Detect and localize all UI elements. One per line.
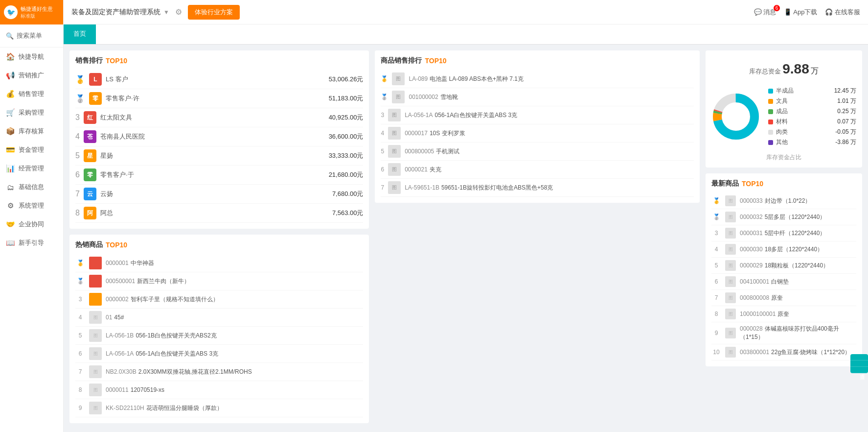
latest-product-item: 9 图 0000028体碱嘉核味苏打饮品400毫升（1*15）: [711, 322, 856, 344]
hot-rank-num: 6: [75, 350, 85, 357]
hot-rank-num: 3: [75, 296, 85, 303]
rank-item: 5 星 星扬 33,333.00元: [75, 146, 363, 166]
rank-avatar: 零: [84, 168, 96, 181]
legend-dot: [768, 120, 773, 124]
middle-column: 商品销售排行 TOP10 🥇 图 LA-089电池盖 LA-089 ABS本色+…: [375, 50, 700, 426]
right-column: 库存总资金 9.88 万: [706, 50, 862, 426]
sidebar-nav-item-企业协同[interactable]: 🤝企业协同: [0, 215, 63, 234]
sidebar-nav-item-库存核算[interactable]: 📦库存核算: [0, 122, 63, 141]
logo-icon: 🐦: [4, 5, 18, 19]
latest-product-item: 10 图 00380000122g鱼豆腐·烧烤味（1*12*20）: [711, 344, 856, 360]
search-menu-item[interactable]: 🔍 搜索菜单: [4, 28, 59, 43]
rank-item: 🥈 零 零售客户·许 51,183.00元: [75, 89, 363, 108]
nav-icon: 💰: [6, 90, 15, 98]
latest-product-image: 图: [725, 276, 736, 287]
page-tabs: 首页: [64, 24, 868, 45]
gear-icon[interactable]: ⚙: [175, 7, 182, 17]
hot-product-item: 4 图 0145#: [75, 309, 363, 327]
sidebar-nav-item-快捷导航[interactable]: 🏠快捷导航: [0, 48, 63, 66]
latest-product-item: 🥈 图 00000325层多层（1220*2440）: [711, 209, 856, 225]
hot-rank-num: 🥈: [75, 278, 85, 285]
latest-rank-num: 7: [711, 294, 721, 301]
rank-amount: 53,006.26元: [329, 75, 364, 84]
svg-point-5: [722, 103, 750, 130]
hot-products-card: 热销商品 TOP10 🥇 0000001中华神器 🥈 000500001新西兰牛…: [69, 235, 369, 423]
online-service-button[interactable]: 🎧 在线客服: [825, 8, 860, 17]
product-rank-item: 🥇 图 LA-089电池盖 LA-089 ABS本色+黑种 7.1克: [381, 70, 694, 88]
sidebar-nav-item-系统管理[interactable]: ⚙系统管理: [0, 196, 63, 215]
latest-product-item: 4 图 000003018多层（1220*2440）: [711, 241, 856, 258]
app-download-button[interactable]: 📱 App下载: [784, 8, 817, 17]
rank-medal: 🥇: [75, 75, 85, 84]
sidebar: 🐦 畅捷通好生意 标准版 🔍 搜索菜单 🏠快捷导航📢营销推广💰销售管理🛒采购管理…: [0, 0, 64, 432]
search-icon: 🔍: [6, 32, 14, 40]
latest-product-name: 000003018多层（1220*2440）: [740, 245, 856, 254]
sidebar-nav-item-采购管理[interactable]: 🛒采购管理: [0, 103, 63, 122]
latest-rank-num: 5: [711, 262, 721, 269]
latest-product-name: 000002918颗粒板（1220*2440）: [740, 262, 856, 270]
latest-rank-num: 🥇: [711, 197, 721, 204]
latest-product-item: 7 图 000800008原奎: [711, 290, 856, 306]
main-content: 销售排行 TOP10 🥇 L LS 客户 53,006.26元 🥈 零 零售客户…: [64, 45, 868, 432]
latest-product-name: 0000033封边带（1.0*22）: [740, 197, 856, 205]
rank-item: 7 云 云扬 7,680.00元: [75, 185, 363, 204]
sidebar-nav-item-营销推广[interactable]: 📢营销推广: [0, 66, 63, 85]
nav-label: 销售管理: [19, 90, 44, 98]
headset-icon: 🎧: [825, 8, 833, 16]
topbar: 装备及固定资产辅助管理系统 ▼ ⚙ 体验行业方案 💬 消息 6 📱 App下载 …: [64, 0, 868, 24]
rank-medal: 7: [75, 190, 80, 198]
nav-icon: 💳: [6, 145, 15, 154]
nav-label: 采购管理: [19, 108, 44, 117]
nav-icon: 📢: [6, 71, 15, 80]
hot-product-item: 8 图 000001112070519-xs: [75, 381, 363, 399]
hot-product-image: 图: [89, 384, 102, 396]
hot-product-image: 图: [89, 347, 102, 360]
product-rank-item: 6 图 0000021夹克: [381, 161, 694, 179]
topbar-right: 💬 消息 6 📱 App下载 🎧 在线客服: [754, 8, 860, 17]
latest-rank-num: 10: [711, 349, 721, 356]
trial-button[interactable]: 体验行业方案: [188, 5, 240, 20]
nav-label: 库存核算: [19, 127, 44, 136]
float-buttons: 客服热线服务社区直播: [850, 354, 868, 373]
inventory-chart-area: 半成品 12.45 万 文具 1.01 万 成品 0.25 万 材料 0.07 …: [711, 82, 856, 151]
latest-product-image: 图: [725, 244, 736, 255]
nav-label: 系统管理: [19, 201, 44, 210]
logo-text: 畅捷通好生意 标准版: [21, 5, 53, 19]
message-icon: 💬: [754, 8, 762, 16]
sidebar-nav-item-经营管理[interactable]: 📊经营管理: [0, 159, 63, 178]
rank-medal: 6: [75, 170, 80, 179]
hot-product-item: 🥇 0000001中华神器: [75, 254, 363, 272]
product-rank-item: 3 图 LA-056-1A056-1A白色按键开关盖ABS 3克: [381, 106, 694, 124]
nav-icon: 📖: [6, 239, 15, 247]
rank-amount: 7,680.00元: [332, 190, 364, 198]
rank-name: 星扬: [100, 151, 325, 160]
product-rank-item: 🥈 图 001000002雪地靴: [381, 88, 694, 106]
sidebar-nav-item-基础信息[interactable]: 🗂基础信息: [0, 178, 63, 196]
float-btn-2[interactable]: 直播: [850, 367, 868, 373]
legend-value: 0.07 万: [837, 118, 856, 126]
message-button[interactable]: 💬 消息 6: [754, 8, 777, 17]
hot-rank-num: 8: [75, 386, 85, 393]
latest-product-name: 00380000122g鱼豆腐·烧烤味（1*12*20）: [740, 348, 856, 357]
tab-home[interactable]: 首页: [64, 24, 96, 44]
hot-rank-num: 5: [75, 332, 85, 339]
product-name: 000001710S 变利罗浆: [405, 129, 694, 138]
sidebar-nav-item-资金管理[interactable]: 💳资金管理: [0, 141, 63, 159]
legend-item: 成品 0.25 万: [768, 106, 856, 117]
rank-name: 苍南县人民医院: [100, 132, 325, 141]
legend-item: 肉类 -0.05 万: [768, 127, 856, 137]
legend-name: 肉类: [776, 128, 832, 136]
sidebar-nav-item-新手引导[interactable]: 📖新手引导: [0, 234, 63, 252]
inventory-card: 库存总资金 9.88 万: [706, 50, 862, 168]
latest-products-list: 🥇 图 0000033封边带（1.0*22） 🥈 图 00000325层多层（1…: [711, 193, 856, 360]
sidebar-nav-item-销售管理[interactable]: 💰销售管理: [0, 85, 63, 103]
float-btn-1[interactable]: 服务社区: [850, 360, 868, 367]
float-btn-0[interactable]: 客服热线: [850, 354, 868, 360]
product-rank-item: 7 图 LA-59651-1B59651-1B旋转投影灯电池盒ABS黑色+58克: [381, 179, 694, 197]
sidebar-search-section: 🔍 搜索菜单: [0, 24, 63, 48]
nav-icon: 📊: [6, 164, 15, 173]
sales-ranking-card: 销售排行 TOP10 🥇 L LS 客户 53,006.26元 🥈 零 零售客户…: [69, 50, 369, 229]
legend-item: 半成品 12.45 万: [768, 86, 856, 96]
product-rank-item: 5 图 000800005手机测试: [381, 143, 694, 161]
hot-product-name: NB2.0X30B2.0X30MM双捶花轴,捶花直径2.1MM/ROHS: [106, 368, 363, 376]
